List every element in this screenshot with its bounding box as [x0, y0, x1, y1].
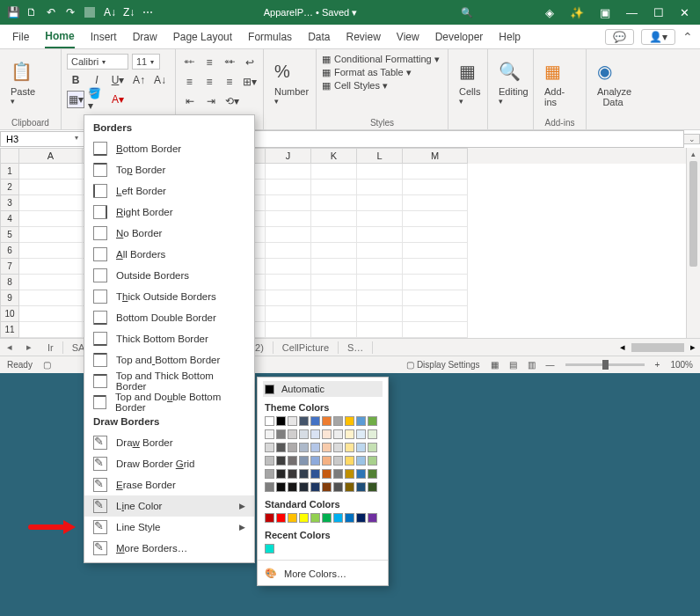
menu-item-right-border[interactable]: Right Border	[84, 202, 254, 223]
format-table-button[interactable]: ▦ Format as Table ▾	[322, 66, 442, 79]
cell[interactable]	[266, 290, 311, 306]
save-icon[interactable]: 💾	[7, 7, 18, 18]
cell[interactable]	[311, 243, 357, 259]
row-header[interactable]: 8	[0, 275, 19, 290]
cell[interactable]	[311, 195, 357, 211]
expand-formula-bar-icon[interactable]: ⌄	[684, 134, 700, 144]
cell[interactable]	[19, 290, 83, 306]
cell[interactable]	[403, 290, 468, 306]
view-pagelayout-icon[interactable]: ▤	[509, 360, 517, 370]
color-swatch[interactable]	[333, 513, 343, 523]
color-swatch[interactable]	[299, 482, 309, 492]
color-swatch[interactable]	[276, 469, 286, 479]
menu-item-no-border[interactable]: No Border	[84, 223, 254, 244]
cell[interactable]	[266, 164, 311, 180]
color-swatch[interactable]	[310, 469, 320, 479]
ribbon-tab-developer[interactable]: Developer	[435, 25, 484, 48]
wrap-text-icon[interactable]: ↩	[241, 54, 258, 71]
cell[interactable]	[19, 195, 83, 211]
cells-button[interactable]: ▦Cells▾	[454, 53, 482, 109]
search-icon[interactable]: 🔍	[461, 7, 535, 18]
color-swatch[interactable]	[368, 482, 377, 492]
align-bottom-icon[interactable]: ⬵	[222, 54, 238, 71]
cell[interactable]	[357, 322, 403, 338]
font-select[interactable]: Calibri▾	[67, 54, 128, 70]
hscroll-right-icon[interactable]: ▸	[686, 341, 700, 353]
color-swatch[interactable]	[299, 443, 309, 452]
color-swatch[interactable]	[265, 416, 274, 426]
more-colors-item[interactable]: 🎨 More Colors…	[263, 565, 383, 582]
color-swatch[interactable]	[356, 416, 366, 426]
share-button[interactable]: 👤▾	[641, 29, 675, 45]
row-header[interactable]: 6	[0, 243, 19, 259]
color-swatch[interactable]	[288, 482, 297, 492]
editing-button[interactable]: 🔍Editing▾	[493, 53, 528, 109]
cell[interactable]	[311, 275, 357, 290]
cell[interactable]	[19, 306, 83, 322]
conditional-formatting-button[interactable]: ▦ Conditional Formatting ▾	[322, 53, 442, 66]
sheet-tab[interactable]: S…	[339, 341, 373, 354]
cell[interactable]	[357, 275, 403, 290]
row-header[interactable]: 10	[0, 306, 19, 322]
cell[interactable]	[19, 243, 83, 259]
align-top-icon[interactable]: ⬴	[181, 54, 198, 71]
color-swatch[interactable]	[288, 443, 297, 452]
color-swatch[interactable]	[288, 416, 297, 426]
color-swatch[interactable]	[265, 513, 274, 523]
magic-icon[interactable]: ✨	[570, 6, 584, 19]
ribbon-tab-home[interactable]: Home	[45, 25, 74, 48]
color-swatch[interactable]	[333, 469, 343, 479]
color-swatch[interactable]	[265, 544, 274, 554]
ribbon-tab-draw[interactable]: Draw	[133, 25, 157, 48]
color-swatch[interactable]	[288, 469, 297, 479]
menu-item-erase-border[interactable]: Erase Border	[84, 474, 254, 495]
cell[interactable]	[311, 306, 357, 322]
cell[interactable]	[19, 259, 83, 275]
automatic-color-item[interactable]: Automatic	[263, 381, 383, 397]
view-pagebreak-icon[interactable]: ▥	[528, 360, 536, 370]
cell[interactable]	[357, 180, 403, 195]
menu-item-more-borders-[interactable]: More Borders…	[84, 538, 254, 559]
color-swatch[interactable]	[310, 429, 320, 439]
menu-item-thick-outside-borders[interactable]: Thick Outside Borders	[84, 286, 254, 307]
maximize-icon[interactable]: ☐	[653, 6, 664, 19]
menu-item-outside-borders[interactable]: Outside Borders	[84, 265, 254, 286]
row-header[interactable]: 4	[0, 211, 19, 227]
color-swatch[interactable]	[265, 482, 274, 492]
cell[interactable]	[311, 290, 357, 306]
menu-item-left-border[interactable]: Left Border	[84, 180, 254, 202]
column-header[interactable]: M	[403, 148, 468, 164]
row-header[interactable]: 9	[0, 290, 19, 306]
zoom-slider[interactable]	[565, 363, 645, 366]
ribbon-tab-page-layout[interactable]: Page Layout	[173, 25, 232, 48]
color-swatch[interactable]	[276, 443, 286, 452]
view-normal-icon[interactable]: ▦	[491, 360, 499, 370]
tab-scroll-left-icon[interactable]: ◂	[0, 341, 19, 353]
number-format-button[interactable]: %Number▾	[269, 53, 310, 109]
color-swatch[interactable]	[299, 416, 309, 426]
ribbon-tab-view[interactable]: View	[397, 25, 419, 48]
cell[interactable]	[266, 275, 311, 290]
sheet-tab[interactable]: CellPicture	[273, 341, 339, 354]
color-swatch[interactable]	[322, 416, 332, 426]
menu-item-top-and-double-bottom-border[interactable]: Top and Double Bottom Border	[84, 392, 254, 413]
color-swatch[interactable]	[276, 456, 286, 466]
color-swatch[interactable]	[368, 443, 377, 452]
color-swatch[interactable]	[368, 513, 377, 523]
color-swatch[interactable]	[265, 469, 274, 479]
cell[interactable]	[357, 211, 403, 227]
cell[interactable]	[19, 211, 83, 227]
comments-button[interactable]: 💬	[605, 29, 634, 45]
color-swatch[interactable]	[345, 469, 354, 479]
cell[interactable]	[357, 195, 403, 211]
cell[interactable]	[357, 164, 403, 180]
color-swatch[interactable]	[356, 469, 366, 479]
underline-button[interactable]: U▾	[109, 71, 127, 89]
color-swatch[interactable]	[368, 469, 377, 479]
ribbon-tab-insert[interactable]: Insert	[91, 25, 117, 48]
fill-color-button[interactable]: 🪣▾	[88, 91, 106, 108]
color-swatch[interactable]	[310, 456, 320, 466]
ribbon-tab-file[interactable]: File	[12, 25, 29, 48]
color-swatch[interactable]	[345, 482, 354, 492]
collapse-ribbon-icon[interactable]: ⌃	[682, 30, 693, 44]
